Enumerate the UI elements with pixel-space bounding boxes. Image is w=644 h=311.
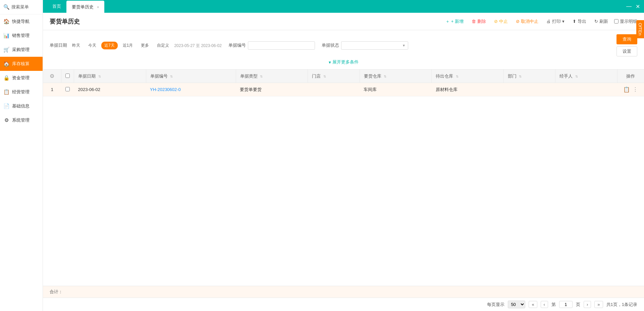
new-label: + 新增 xyxy=(451,18,464,25)
sidebar-item-label: 快捷导航 xyxy=(12,18,30,25)
date-filter: 单据日期 昨天 今天 近7天 近1月 更多 自定义 2023-05-27 至 2… xyxy=(50,42,222,49)
date-range-display: 2023-05-27 至 2023-06-02 xyxy=(174,43,221,48)
sort-pending-warehouse-icon[interactable]: ⇅ xyxy=(456,75,459,78)
page-label: 第 xyxy=(551,302,556,308)
cancel-stop-button[interactable]: ⊘ 取消中止 xyxy=(514,17,540,26)
date-shortcuts: 昨天 今天 近7天 近1月 更多 自定义 xyxy=(69,42,172,49)
expand-icon: ▾ xyxy=(329,60,331,65)
td-doc-type: 要货单要货 xyxy=(236,83,308,96)
sort-department-icon[interactable]: ⇅ xyxy=(519,75,522,78)
sidebar-item-inventory[interactable]: 🏠 库存核算 xyxy=(0,57,43,71)
sidebar-item-sales[interactable]: 📊 销售管理 xyxy=(0,29,43,43)
inventory-icon: 🏠 xyxy=(3,61,9,67)
date-btn-7days[interactable]: 近7天 xyxy=(101,42,118,49)
status-select[interactable] xyxy=(341,41,408,50)
cancel-label: 取消中止 xyxy=(521,18,538,25)
date-btn-custom[interactable]: 自定义 xyxy=(154,42,172,49)
home-icon: 🏠 xyxy=(3,18,9,25)
sidebar-item-system[interactable]: ⚙ 系统管理 xyxy=(0,113,43,127)
print-dropdown-icon: ▾ xyxy=(562,19,565,24)
close-window-icon[interactable]: ✕ xyxy=(636,3,640,10)
th-checkbox xyxy=(61,70,74,83)
per-page-select[interactable]: 50 10 20 100 xyxy=(508,301,525,308)
export-icon: ⬆ xyxy=(573,19,576,24)
print-label: 打印 xyxy=(552,18,561,25)
expand-more[interactable]: ▾ 展开更多条件 xyxy=(50,59,637,65)
td-action: 📋 ⋮ xyxy=(617,83,644,96)
show-detail-checkbox[interactable] xyxy=(614,19,619,24)
delete-label: 删除 xyxy=(477,18,486,25)
refresh-icon: ↻ xyxy=(594,19,598,24)
minimize-icon[interactable]: — xyxy=(626,3,632,9)
th-department-label: 部门 xyxy=(508,74,517,79)
sidebar-item-quick-nav[interactable]: 🏠 快捷导航 xyxy=(0,14,43,29)
more-icon[interactable]: ⋮ xyxy=(633,86,638,93)
sort-doc-type-icon[interactable]: ⇅ xyxy=(260,75,263,78)
sort-handler-icon[interactable]: ⇅ xyxy=(575,75,578,78)
delete-button[interactable]: 🗑 删除 xyxy=(470,17,488,26)
system-icon: ⚙ xyxy=(3,117,9,123)
th-doc-type: 单据类型 ⇅ xyxy=(236,70,308,83)
edit-icon[interactable]: 📋 xyxy=(623,86,630,93)
export-label: 导出 xyxy=(578,18,586,25)
tab-close-icon[interactable]: × xyxy=(97,5,99,9)
show-detail-toggle[interactable]: 显示明细 xyxy=(614,18,637,25)
print-button[interactable]: 🖨 打印 ▾ xyxy=(544,17,567,26)
query-button[interactable]: 查询 xyxy=(616,34,637,44)
sort-req-warehouse-icon[interactable]: ⇅ xyxy=(384,75,386,78)
search-icon: 🔍 xyxy=(3,4,9,10)
tab-requisition-history[interactable]: 要货单历史 × xyxy=(66,1,104,13)
doc-no-input[interactable] xyxy=(248,41,315,50)
print-icon: 🖨 xyxy=(546,19,551,24)
th-store-label: 门店 xyxy=(312,74,321,79)
row-checkbox[interactable] xyxy=(65,87,70,91)
sort-doc-date-icon[interactable]: ⇅ xyxy=(98,75,101,78)
tab-home[interactable]: 首页 xyxy=(47,0,66,13)
filter-buttons: 查询 设置 xyxy=(616,34,637,56)
often-label: OfTEn xyxy=(638,23,643,36)
sales-icon: 📊 xyxy=(3,33,9,39)
stop-button[interactable]: ⊘ 中止 xyxy=(492,17,510,26)
delete-icon: 🗑 xyxy=(472,19,476,24)
refresh-label: 刷新 xyxy=(599,18,608,25)
page-header: 要货单历史 ＋ + 新增 🗑 删除 ⊘ 中止 ⊘ 取消中止 xyxy=(43,13,644,30)
sort-doc-no-icon[interactable]: ⇅ xyxy=(170,75,173,78)
column-settings-icon[interactable]: ⚙ xyxy=(47,73,57,79)
often-bar[interactable]: OfTEn xyxy=(636,20,644,38)
doc-no-link[interactable]: YH-20230602-0 xyxy=(150,87,181,92)
operations-icon: 📋 xyxy=(3,89,9,95)
sort-store-icon[interactable]: ⇅ xyxy=(323,75,326,78)
topbar-right: — ✕ xyxy=(626,3,640,10)
export-button[interactable]: ⬆ 导出 xyxy=(571,17,588,26)
date-btn-today[interactable]: 今天 xyxy=(85,42,99,49)
th-pending-warehouse: 待出仓库 ⇅ xyxy=(432,70,504,83)
table-footer: 合计： xyxy=(43,286,644,298)
new-button[interactable]: ＋ + 新增 xyxy=(443,17,466,26)
sidebar-item-finance[interactable]: 🔒 资金管理 xyxy=(0,71,43,85)
td-req-warehouse: 车间库 xyxy=(360,83,432,96)
sidebar-item-operations[interactable]: 📋 经营管理 xyxy=(0,85,43,99)
sidebar-item-label: 基础信息 xyxy=(12,103,30,109)
prev-page-button[interactable]: ‹ xyxy=(541,301,548,308)
th-store: 门店 ⇅ xyxy=(308,70,360,83)
sidebar-item-basic-info[interactable]: 📄 基础信息 xyxy=(0,99,43,113)
settings-button[interactable]: 设置 xyxy=(616,46,637,56)
th-doc-no: 单据编号 ⇅ xyxy=(146,70,236,83)
date-btn-more[interactable]: 更多 xyxy=(138,42,152,49)
refresh-button[interactable]: ↻ 刷新 xyxy=(592,17,610,26)
page-number-input[interactable] xyxy=(559,301,573,308)
page-suffix: 页 xyxy=(576,302,580,308)
sidebar-item-purchase[interactable]: 🛒 采购管理 xyxy=(0,43,43,57)
next-page-button[interactable]: › xyxy=(584,301,591,308)
sidebar-item-label: 采购管理 xyxy=(12,47,30,53)
last-page-button[interactable]: » xyxy=(594,301,603,308)
tab-requisition-label: 要货单历史 xyxy=(72,4,94,10)
sidebar-search[interactable]: 🔍 搜索菜单 xyxy=(0,0,43,14)
select-all-checkbox[interactable] xyxy=(65,74,70,78)
td-seq: 1 xyxy=(43,83,61,96)
first-page-button[interactable]: « xyxy=(529,301,537,308)
date-btn-yesterday[interactable]: 昨天 xyxy=(69,42,83,49)
sidebar: 🔍 搜索菜单 🏠 快捷导航 📊 销售管理 🛒 采购管理 🏠 库存核算 🔒 资金管… xyxy=(0,0,43,311)
th-req-warehouse: 要货仓库 ⇅ xyxy=(360,70,432,83)
date-btn-1month[interactable]: 近1月 xyxy=(120,42,136,49)
